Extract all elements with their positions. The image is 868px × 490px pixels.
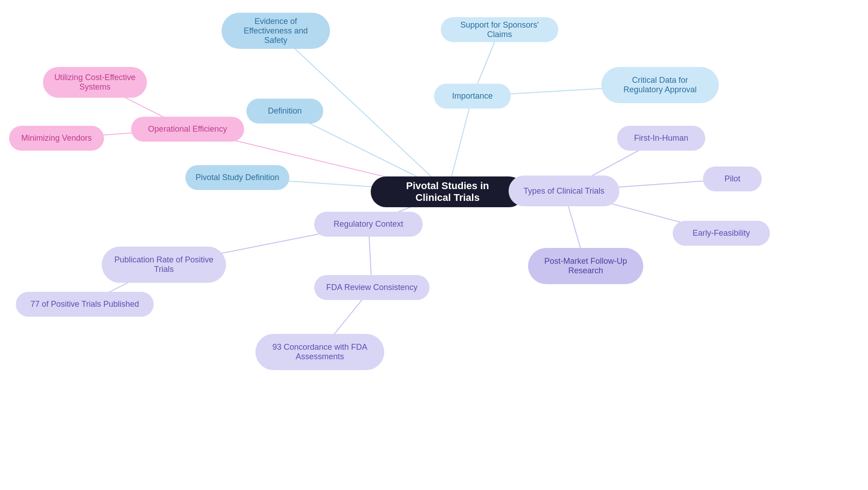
node-center: Pivotal Studies in Clinical Trials xyxy=(371,176,524,207)
node-operational-efficiency: Operational Efficiency xyxy=(131,117,244,142)
node-pilot: Pilot xyxy=(703,167,762,191)
node-concordance: 93 Concordance with FDA Assessments xyxy=(255,334,384,370)
node-utilizing-cost-effective: Utilizing Cost-Effective Systems xyxy=(43,67,147,98)
node-evidence: Evidence of Effectiveness and Safety xyxy=(222,13,330,49)
node-importance: Importance xyxy=(434,84,511,109)
node-fda-review: FDA Review Consistency xyxy=(314,275,429,300)
node-regulatory-context: Regulatory Context xyxy=(314,212,423,237)
node-types-of-trials: Types of Clinical Trials xyxy=(509,176,619,206)
node-post-market: Post-Market Follow-Up Research xyxy=(528,248,643,284)
node-critical-data: Critical Data for Regulatory Approval xyxy=(601,67,719,103)
node-first-in-human: First-In-Human xyxy=(617,126,705,151)
node-publication-rate: Publication Rate of Positive Trials xyxy=(102,247,226,283)
node-support-sponsors: Support for Sponsors' Claims xyxy=(441,17,558,42)
node-early-feasibility: Early-Feasibility xyxy=(673,221,770,246)
node-seventy-seven: 77 of Positive Trials Published xyxy=(16,292,154,317)
node-minimizing-vendors: Minimizing Vendors xyxy=(9,126,104,151)
node-pivotal-study-def: Pivotal Study Definition xyxy=(185,165,289,190)
mind-map: Pivotal Studies in Clinical Trials Evide… xyxy=(0,0,868,490)
node-definition: Definition xyxy=(246,99,323,124)
